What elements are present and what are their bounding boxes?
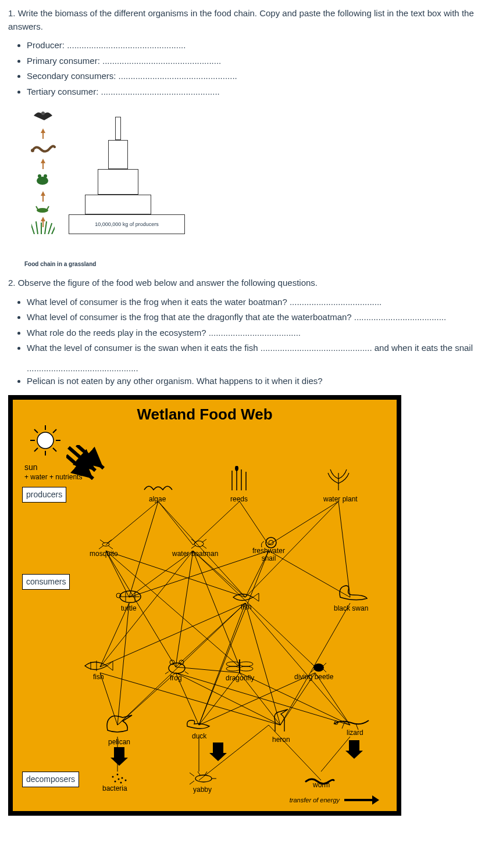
q1-prompt: 1. Write the biomass of the different or… (8, 7, 484, 33)
down-arrow-icon (114, 747, 124, 758)
svg-point-1 (31, 149, 34, 152)
svg-point-8 (37, 432, 54, 449)
svg-point-112 (125, 779, 127, 781)
svg-point-80 (194, 541, 204, 547)
label-decomposers: decomposers (22, 772, 79, 787)
svg-point-85 (266, 537, 276, 548)
svg-point-3 (38, 174, 41, 178)
svg-point-86 (269, 540, 273, 545)
q2-list: What level of consumer is the frog when … (8, 296, 484, 355)
down-arrow-icon (349, 740, 359, 751)
label-mosquito: mosquito (90, 548, 118, 559)
question-2: 2. Observe the figure of the food web be… (8, 277, 484, 816)
svg-line-37 (100, 551, 193, 667)
q1-item-secondary: Secondary consumers: ...................… (27, 70, 484, 83)
svg-point-108 (117, 773, 119, 775)
q1-list: Producer: ..............................… (8, 39, 484, 98)
svg-point-107 (112, 776, 114, 777)
label-duck: duck (192, 731, 206, 741)
q2-item-1: What level of consumer is the frog when … (27, 296, 484, 309)
sun-icon (29, 424, 62, 457)
energy-text: transfer of energy (290, 795, 340, 805)
arrow-icon (41, 217, 45, 221)
svg-line-105 (342, 723, 344, 729)
svg-point-98 (239, 666, 253, 671)
label-inputs: + water + nutrients (24, 472, 82, 482)
q1-item-primary: Primary consumer: ......................… (27, 55, 484, 68)
label-turtle: turtle (121, 603, 137, 614)
q2-prompt: 2. Observe the figure of the food web be… (8, 277, 484, 290)
frog-small-icon (34, 171, 51, 189)
water-plant-icon (321, 467, 356, 490)
swan-icon (329, 579, 376, 602)
wetland-title: Wetland Food Web (13, 403, 397, 426)
q2-item-4b: ........................................… (27, 362, 484, 375)
svg-line-13 (34, 429, 38, 433)
svg-point-109 (122, 777, 123, 779)
q2-item-3: What role do the reeds play in the ecosy… (27, 327, 484, 340)
label-bacteria: bacteria (102, 783, 127, 794)
label-fish-mid: fish (241, 602, 252, 612)
pyramid-step-3 (98, 169, 138, 195)
down-arrow-icon (213, 743, 223, 753)
label-fish-low: fish (93, 672, 104, 682)
pyramid-antenna (115, 117, 121, 140)
label-water-boatman: water boatman (172, 548, 218, 559)
label-worm: worm (313, 780, 330, 790)
arrow-icon (41, 191, 45, 196)
svg-line-31 (106, 551, 176, 667)
q1-item-producer: Producer: ..............................… (27, 39, 484, 52)
label-water-plant: water plant (323, 494, 358, 504)
pyramid-step-4 (108, 140, 128, 169)
reeds-icon (222, 467, 257, 490)
q1-item-tertiary: Tertiary consumer: .....................… (27, 85, 484, 99)
q2-item-2: What level of consumer is the frog that … (27, 311, 484, 324)
svg-line-116 (205, 772, 207, 775)
svg-point-2 (37, 177, 48, 185)
svg-line-77 (107, 540, 112, 543)
q2-list-2: Pelican is not eaten by any other organi… (8, 375, 484, 388)
label-yabby: yabby (193, 784, 212, 795)
svg-point-113 (118, 778, 120, 780)
svg-line-81 (191, 539, 196, 543)
label-dragonfly: dragonfly (226, 673, 254, 683)
figure-caption: Food chain in a grassland (24, 260, 484, 268)
label-frog: frog (170, 673, 182, 683)
svg-point-114 (195, 775, 212, 782)
svg-point-96 (239, 662, 253, 666)
arrow-stem (42, 196, 44, 202)
arrow-stem (42, 133, 44, 139)
arrow-icon (41, 128, 45, 133)
svg-line-38 (193, 551, 315, 667)
grasshopper-icon (35, 204, 50, 217)
svg-point-99 (313, 663, 324, 672)
label-producers: producers (22, 487, 66, 503)
label-reeds: reeds (230, 494, 248, 504)
svg-line-42 (199, 551, 269, 725)
svg-point-0 (41, 112, 45, 115)
svg-point-97 (226, 666, 240, 671)
label-swan: black swan (334, 603, 368, 614)
svg-line-101 (323, 663, 326, 666)
svg-line-15 (53, 429, 56, 433)
q2-item-4: What the level of consumer is the swan w… (27, 342, 484, 355)
arrow-stem (42, 163, 44, 169)
snake-icon (30, 141, 56, 157)
figure-wetland: Wetland Food Web sun + water + nutrients (8, 395, 401, 816)
arrow-icon (41, 159, 45, 163)
heron-icon (263, 704, 298, 736)
svg-point-95 (226, 662, 240, 666)
pyramid-base-label: 10,000,000 kg of producers (69, 221, 184, 229)
svg-line-36 (193, 551, 240, 667)
pyramid-step-1: 10,000,000 kg of producers (69, 214, 185, 234)
svg-line-14 (53, 448, 56, 451)
label-beetle: diving beetle (294, 672, 333, 682)
energy-arrow-icon (344, 799, 373, 801)
svg-line-115 (198, 772, 200, 775)
grass-icon (31, 221, 55, 234)
pyramid-step-2 (85, 195, 151, 214)
svg-line-76 (100, 540, 105, 543)
svg-point-4 (44, 174, 47, 178)
label-heron: heron (272, 734, 290, 745)
label-lizard: lizard (347, 727, 363, 738)
